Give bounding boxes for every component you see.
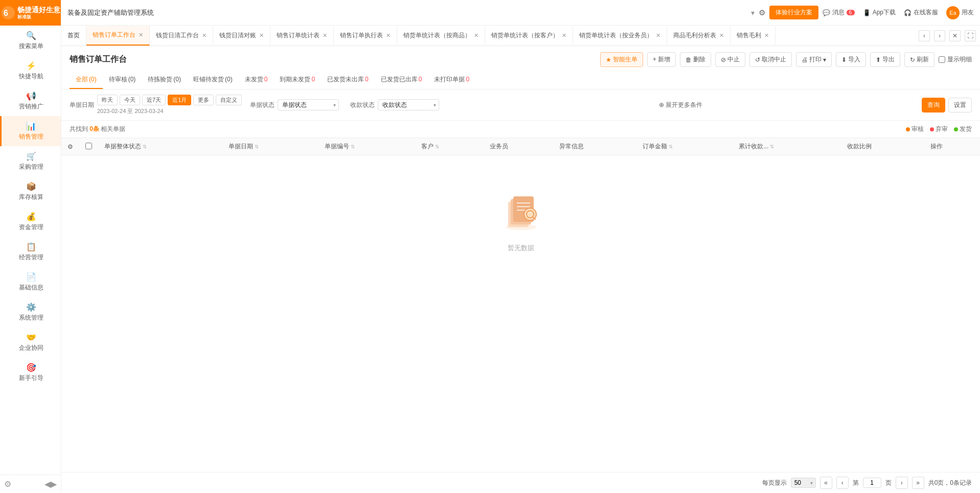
sidebar-item-basic[interactable]: 📄 基础信息 xyxy=(0,267,61,297)
tab-scroll-right[interactable]: › xyxy=(934,30,945,41)
topbar-gear-icon[interactable]: ⚙ xyxy=(759,8,765,17)
table-scroll[interactable]: ⚙ 单据整体状态⇅ 单据日期⇅ 单据编号⇅ 客户⇅ 业务员 异常信息 订单金额⇅ xyxy=(61,138,980,472)
sidebar-item-search[interactable]: 🔍 搜索菜单 xyxy=(0,26,61,56)
online-service-btn[interactable]: 🎧 在线客服 xyxy=(904,8,938,17)
subtab-not-printed[interactable]: 未打印单据0 xyxy=(428,71,475,89)
empty-text: 暂无数据 xyxy=(508,243,534,253)
tab-daily-clear[interactable]: 钱货日清工作台 ✕ xyxy=(150,26,213,45)
tab-gross-profit[interactable]: 商品毛利分析表 ✕ xyxy=(667,26,731,45)
date-7days[interactable]: 近7天 xyxy=(142,95,166,105)
delete-btn[interactable]: 🗑 删除 xyxy=(680,52,711,67)
prev-page-btn[interactable]: ‹ xyxy=(836,477,849,489)
quick-review-btn[interactable]: 审核 xyxy=(906,125,924,133)
tab-sales-margin[interactable]: 销售毛利 ✕ xyxy=(731,26,776,45)
tab-close-8[interactable]: ✕ xyxy=(656,32,660,39)
tab-home[interactable]: 首页 xyxy=(61,26,86,45)
tab-goods-stats[interactable]: 销货单统计表（按商品） ✕ xyxy=(397,26,485,45)
expand-filter-btn[interactable]: ⊕ 展开更多条件 xyxy=(659,101,702,109)
show-detail-label[interactable]: 显示明细 xyxy=(939,55,972,64)
subtab-shipped-not-outstocked[interactable]: 已发货未出库0 xyxy=(321,71,375,89)
import-btn[interactable]: ⬇ 导入 xyxy=(836,52,866,67)
tab-close-3[interactable]: ✕ xyxy=(259,32,264,39)
date-yesterday[interactable]: 昨天 xyxy=(97,95,118,105)
page-size-select[interactable]: 50 20 100 xyxy=(791,478,816,488)
last-page-btn[interactable]: » xyxy=(912,477,924,489)
status-filter-label: 单据状态 xyxy=(250,101,275,109)
tab-staff-stats[interactable]: 销货单统计表（按业务员） ✕ xyxy=(573,26,667,45)
sidebar-item-quicknav[interactable]: ⚡ 快捷导航 xyxy=(0,56,61,86)
tab-close-9[interactable]: ✕ xyxy=(719,32,724,39)
tab-sales-exec[interactable]: 销售订单执行表 ✕ xyxy=(334,26,397,45)
sidebar-item-inventory[interactable]: 📦 库存核算 xyxy=(0,176,61,207)
tab-fullscreen[interactable]: ⛶ xyxy=(965,30,976,41)
sidebar-item-sales[interactable]: 📊 销售管理 xyxy=(0,116,61,146)
cancel-stop-btn[interactable]: ↺ 取消中止 xyxy=(749,52,792,67)
quick-unreview-btn[interactable]: 弃审 xyxy=(930,125,948,133)
settings-bottom-btn[interactable]: ⚙ xyxy=(4,479,11,489)
tab-close-6[interactable]: ✕ xyxy=(474,32,478,39)
page-input[interactable] xyxy=(863,478,881,488)
subtab-pending-review[interactable]: 待审核(0) xyxy=(103,71,142,89)
sidebar-item-finance[interactable]: 💰 资金管理 xyxy=(0,207,61,237)
export-btn[interactable]: ⬆ 导出 xyxy=(870,52,900,67)
sidebar-item-management[interactable]: 📋 经营管理 xyxy=(0,237,61,267)
sidebar-item-guide[interactable]: 🎯 新手引导 xyxy=(0,357,61,388)
subtab-pending-inspect[interactable]: 待拣验货(0) xyxy=(142,71,187,89)
status-select[interactable]: 单据状态 xyxy=(278,99,339,110)
date-custom[interactable]: 自定义 xyxy=(216,95,242,105)
print-btn[interactable]: 🖨 打印 ▾ xyxy=(796,52,832,67)
new-btn[interactable]: + 新增 xyxy=(647,52,676,67)
pagination: 每页显示 50 20 100 « ‹ 第 页 › » 共0页，0条记录 xyxy=(61,472,980,493)
table-area: 共找到 0条 相关单据 审核 弃审 发货 xyxy=(61,121,980,472)
empty-state: 暂无数据 xyxy=(61,155,980,283)
service-icon: 🎧 xyxy=(904,9,911,16)
basic-icon: 📄 xyxy=(26,272,36,282)
tab-close-4[interactable]: ✕ xyxy=(323,32,327,39)
quick-ship-btn[interactable]: 发货 xyxy=(954,125,972,133)
tab-close-current[interactable]: ✕ xyxy=(949,30,961,41)
subtab-not-shipped[interactable]: 未发货0 xyxy=(239,71,274,89)
review-dot xyxy=(906,127,910,131)
app-download-btn[interactable]: 📱 App下载 xyxy=(863,8,896,17)
tab-scroll-left[interactable]: ‹ xyxy=(919,30,930,41)
subtab-overdue-not-shipped[interactable]: 到期未发货0 xyxy=(274,71,321,89)
sidebar-item-purchase[interactable]: 🛒 采购管理 xyxy=(0,146,61,176)
enterprise-icon: 🤝 xyxy=(26,332,36,342)
tab-close-2[interactable]: ✕ xyxy=(202,32,207,39)
subtab-shipped-outstocked[interactable]: 已发货已出库0 xyxy=(375,71,428,89)
refresh-btn[interactable]: ↻ 刷新 xyxy=(904,52,935,67)
smart-create-btn[interactable]: ★ 智能生单 xyxy=(600,52,643,67)
tab-sales-stats[interactable]: 销售订单统计表 ✕ xyxy=(270,26,334,45)
tab-close-5[interactable]: ✕ xyxy=(386,32,391,39)
date-more[interactable]: 更多 xyxy=(193,95,214,105)
tab-customer-stats[interactable]: 销货单统计表（按客户） ✕ xyxy=(485,26,573,45)
sidebar-item-system[interactable]: ⚙️ 系统管理 xyxy=(0,297,61,327)
filter-settings-btn[interactable]: 设置 xyxy=(948,98,972,113)
message-btn[interactable]: 💬 消息 6 xyxy=(823,8,855,17)
stop-btn[interactable]: ⊘ 中止 xyxy=(715,52,745,67)
tab-close-7[interactable]: ✕ xyxy=(562,32,566,39)
select-all-checkbox[interactable] xyxy=(85,143,92,149)
sidebar-item-enterprise[interactable]: 🤝 企业协同 xyxy=(0,327,61,357)
query-btn[interactable]: 查询 xyxy=(922,98,945,113)
tab-close-10[interactable]: ✕ xyxy=(764,32,769,39)
col-received: 累计收款...⇅ xyxy=(733,138,840,155)
date-1month[interactable]: 近1月 xyxy=(168,95,191,105)
collapse-sidebar-btn[interactable]: ◀▶ xyxy=(44,479,57,489)
sidebar: 6 畅捷通好生意 标准版 🔍 搜索菜单 ⚡ 快捷导航 📢 营销推广 📊 销售管理… xyxy=(0,0,61,493)
sidebar-item-marketing[interactable]: 📢 营销推广 xyxy=(0,86,61,116)
payment-select[interactable]: 收款状态 xyxy=(378,99,439,110)
show-detail-checkbox[interactable] xyxy=(939,56,945,63)
user-menu-btn[interactable]: Ea 用友 xyxy=(946,6,974,19)
tab-close-1[interactable]: ✕ xyxy=(139,32,143,38)
trial-btn[interactable]: 体验行业方案 xyxy=(769,6,818,19)
subtab-all[interactable]: 全部(0) xyxy=(70,71,103,89)
tab-sales-order-workbench[interactable]: 销售订单工作台 ✕ xyxy=(86,26,150,46)
tab-reconcile[interactable]: 钱货日清对账 ✕ xyxy=(213,26,270,45)
system-title-dropdown[interactable]: ▾ xyxy=(751,9,755,17)
subtab-shop-pending-ship[interactable]: 旺铺待发货(0) xyxy=(187,71,239,89)
col-amount: 订单金额⇅ xyxy=(636,138,733,155)
first-page-btn[interactable]: « xyxy=(820,477,832,489)
next-page-btn[interactable]: › xyxy=(896,477,908,489)
date-today[interactable]: 今天 xyxy=(120,95,140,105)
